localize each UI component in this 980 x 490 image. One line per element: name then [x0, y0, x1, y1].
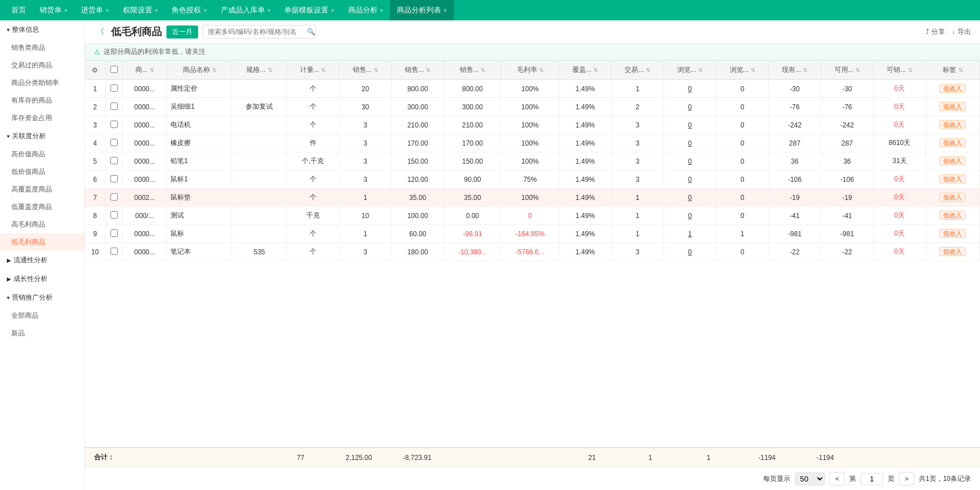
sidebar-item-sales-products[interactable]: 销售类商品 [0, 39, 84, 57]
nav-close-purchase[interactable]: × [105, 7, 109, 14]
nav-close-role[interactable]: × [203, 7, 207, 14]
row-settings: 10 [85, 243, 105, 261]
share-button[interactable]: ⤴ 分享 [926, 27, 945, 37]
sidebar-item-high-coverage[interactable]: 高覆盖度商品 [0, 181, 84, 198]
sidebar-item-high-margin[interactable]: 高毛利商品 [0, 216, 84, 233]
col-saleable[interactable]: 可销... ⇅ [874, 61, 926, 80]
col-settings[interactable]: ⚙ [85, 61, 105, 80]
row-view1[interactable]: 0 [664, 116, 716, 134]
nav-item-role[interactable]: 角色授权 × [165, 0, 213, 20]
row-select-checkbox[interactable] [110, 157, 118, 164]
col-qty[interactable]: 销售... ⇅ [339, 61, 392, 80]
row-select-checkbox[interactable] [110, 248, 118, 255]
row-checkbox[interactable] [105, 98, 122, 116]
row-select-checkbox[interactable] [110, 229, 118, 237]
col-spec[interactable]: 规格... ⇅ [232, 61, 287, 80]
row-view1[interactable]: 0 [664, 243, 716, 261]
sidebar-item-all-products[interactable]: 全部商品 [0, 307, 84, 325]
nav-item-purchase[interactable]: 进货单 × [74, 0, 115, 20]
row-view1[interactable]: 0 [664, 171, 716, 189]
row-select-checkbox[interactable] [110, 211, 118, 219]
sidebar-group-growth[interactable]: ▶ 成长性分析 [0, 270, 84, 288]
row-select-checkbox[interactable] [110, 193, 118, 201]
nav-close-permission[interactable]: × [155, 7, 158, 14]
prev-page-button[interactable]: ＜ [829, 472, 845, 485]
row-select-checkbox[interactable] [110, 175, 118, 182]
nav-close-analysis[interactable]: × [380, 7, 383, 14]
sidebar-item-low-coverage[interactable]: 低覆盖度商品 [0, 198, 84, 216]
col-code[interactable]: 商... ⇅ [122, 61, 167, 80]
sidebar-item-category-rate[interactable]: 商品分类助销率 [0, 74, 84, 92]
nav-close-inbound[interactable]: × [267, 7, 271, 14]
sidebar-item-in-stock[interactable]: 有库存的商品 [0, 92, 84, 109]
time-filter-button[interactable]: 近一月 [166, 25, 198, 39]
per-page-select[interactable]: 50 100 [795, 472, 825, 485]
row-checkbox[interactable] [105, 225, 122, 243]
col-view2[interactable]: 浏览... ⇅ [716, 61, 769, 80]
row-view1[interactable]: 0 [664, 207, 716, 225]
col-view1[interactable]: 浏览... ⇅ [664, 61, 716, 80]
nav-item-template[interactable]: 单据模板设置 × [277, 0, 341, 20]
search-input[interactable] [203, 25, 316, 39]
row-tag: 低收入 [926, 80, 979, 98]
row-checkbox[interactable] [105, 152, 122, 171]
col-profit[interactable]: 销售... ⇅ [444, 61, 501, 80]
row-checkbox[interactable] [105, 134, 122, 152]
nav-close-template[interactable]: × [331, 7, 334, 14]
nav-item-home[interactable]: 首页 [5, 0, 33, 20]
row-current: -41 [769, 207, 821, 225]
row-view1[interactable]: 0 [664, 80, 716, 98]
row-profit: 170.00 [444, 134, 501, 152]
col-available[interactable]: 可用... ⇅ [821, 61, 874, 80]
row-select-checkbox[interactable] [110, 139, 118, 146]
col-margin[interactable]: 毛利率 ⇅ [501, 61, 559, 80]
sidebar-item-stock-capital[interactable]: 库存资金占用 [0, 109, 84, 127]
sidebar-group-overview[interactable]: ▾ 整体信息 [0, 20, 84, 39]
row-unit: 个 [286, 243, 339, 261]
nav-item-inbound[interactable]: 产成品入库单 × [214, 0, 277, 20]
row-checkbox[interactable] [105, 116, 122, 134]
col-name[interactable]: 商品名称 ⇅ [167, 61, 232, 80]
sidebar-item-high-value[interactable]: 高价值商品 [0, 146, 84, 163]
row-view1[interactable]: 1 [664, 225, 716, 243]
next-page-button[interactable]: ＞ [899, 472, 914, 485]
row-checkbox[interactable] [105, 189, 122, 207]
row-view1[interactable]: 0 [664, 189, 716, 207]
row-available: -41 [821, 207, 874, 225]
select-all-checkbox[interactable] [110, 66, 118, 73]
col-current[interactable]: 现有... ⇅ [769, 61, 821, 80]
nav-item-permission[interactable]: 权限设置 × [116, 0, 165, 20]
nav-close-analysis-list[interactable]: × [443, 7, 447, 14]
sidebar-collapse-button[interactable]: 《 [94, 27, 106, 37]
row-view1[interactable]: 0 [664, 134, 716, 152]
page-number-input[interactable] [861, 473, 883, 485]
nav-item-sales[interactable]: 销货单 × [33, 0, 74, 20]
sidebar-group-circulation[interactable]: ▶ 流通性分析 [0, 251, 84, 270]
row-checkbox[interactable] [105, 80, 122, 98]
export-button[interactable]: ↓ 导出 [952, 27, 971, 37]
col-trade[interactable]: 交易... ⇅ [611, 61, 664, 80]
row-view1[interactable]: 0 [664, 152, 716, 171]
row-view1[interactable]: 0 [664, 98, 716, 116]
sidebar-item-low-margin[interactable]: 低毛利商品 [0, 233, 84, 251]
search-icon[interactable]: 🔍 [307, 28, 315, 36]
row-select-checkbox[interactable] [110, 103, 118, 110]
sidebar-group-relevance[interactable]: ▾ 关联度分析 [0, 127, 84, 146]
row-checkbox[interactable] [105, 243, 122, 261]
sidebar-item-new-products[interactable]: 新品 [0, 325, 84, 342]
row-select-checkbox[interactable] [110, 84, 118, 92]
nav-item-analysis-list[interactable]: 商品分析列表 × [390, 0, 453, 20]
sidebar-group-marketing[interactable]: ▾ 营销推广分析 [0, 288, 84, 307]
row-select-checkbox[interactable] [110, 121, 118, 128]
col-tag[interactable]: 标签 ⇅ [926, 61, 979, 80]
col-checkbox[interactable] [105, 61, 122, 80]
sidebar-item-traded-products[interactable]: 交易过的商品 [0, 57, 84, 74]
col-amount[interactable]: 销售... ⇅ [392, 61, 444, 80]
nav-close-sales[interactable]: × [64, 7, 67, 14]
row-checkbox[interactable] [105, 207, 122, 225]
nav-item-analysis[interactable]: 商品分析 × [341, 0, 390, 20]
sidebar-item-low-value[interactable]: 低价值商品 [0, 163, 84, 181]
row-checkbox[interactable] [105, 171, 122, 189]
col-coverage[interactable]: 覆盖... ⇅ [559, 61, 611, 80]
col-unit[interactable]: 计量... ⇅ [286, 61, 339, 80]
